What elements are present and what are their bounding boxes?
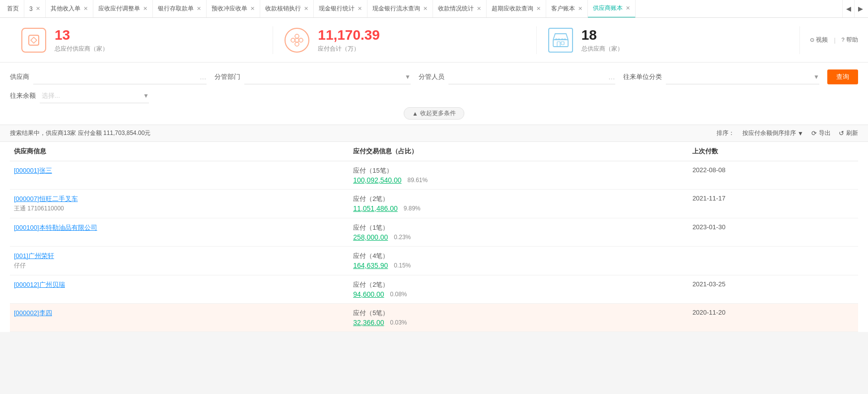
person-input[interactable]	[448, 69, 608, 84]
tx-amount[interactable]: 32,366.00	[353, 319, 384, 327]
supplier-label: 供应商	[10, 72, 29, 81]
nav-tab-adjustment[interactable]: 应收应付调整单 ✕	[93, 0, 153, 18]
supplier-link[interactable]: [000012]广州贝瑞	[14, 281, 65, 288]
nav-tab-supplier-ledger[interactable]: 供应商账本 ✕	[588, 0, 636, 18]
close-icon[interactable]: ✕	[197, 5, 201, 12]
category-input[interactable]	[666, 69, 814, 84]
top-navigation: 首页 3 ✕ 其他收入单 ✕ 应收应付调整单 ✕ 银行存取款单 ✕ 预收冲应收单…	[0, 0, 868, 18]
close-icon[interactable]: ✕	[423, 5, 428, 12]
nav-tab-cash-stats[interactable]: 现金银行统计 ✕	[314, 0, 367, 18]
stat-block-payable-total: 11,170.39 应付合计（万）	[273, 26, 536, 54]
tx-amount[interactable]: 258,000.00	[353, 233, 388, 241]
supplier-input[interactable]	[33, 69, 200, 84]
sort-label: 排序：	[717, 129, 734, 137]
nav-prev-arrow[interactable]: ◀	[842, 0, 854, 18]
collapse-button[interactable]: ▲ 收起更多条件	[404, 107, 464, 120]
help-link[interactable]: ? 帮助	[842, 36, 858, 44]
nav-tab-other-income[interactable]: 其他收入单 ✕	[46, 0, 93, 18]
supplier-link[interactable]: [001]广州荣轩	[14, 252, 54, 260]
tx-amount[interactable]: 11,051,486.00	[353, 204, 398, 212]
nav-tab-overdue-label: 超期应收款查询	[492, 4, 533, 13]
nav-tab-customer-ledger-label: 客户账本	[551, 4, 575, 13]
tx-percentage: 89.61%	[408, 177, 428, 184]
person-dots-icon[interactable]: ...	[608, 72, 615, 81]
supplier-dots-icon[interactable]: ...	[200, 72, 206, 81]
close-icon[interactable]: ✕	[83, 5, 88, 12]
nav-tab-cash-flow[interactable]: 现金银行流水查询 ✕	[367, 0, 433, 18]
video-link[interactable]: ⊙ 视频	[810, 36, 828, 44]
col-supplier-info: 供应商信息	[10, 142, 349, 161]
nav-tab-collection-label: 收款核销执行	[265, 4, 301, 13]
table-container[interactable]: 供应商信息 应付交易信息（占比） 上次付数 [000001]张三应付（15笔）1…	[10, 142, 858, 332]
tx-amount[interactable]: 100,092,540.00	[353, 176, 401, 184]
supplier-link[interactable]: [000002]李四	[14, 309, 52, 317]
supplier-sub-info: 王通 17106110000	[14, 204, 345, 213]
category-filter: 往来单位分类 ▼	[623, 69, 820, 84]
divider: |	[834, 37, 835, 44]
result-actions: 排序： 按应付余额倒序排序 ▼ ⟳ 导出 ↺ 刷新	[717, 129, 858, 137]
store-icon	[547, 26, 575, 54]
query-button[interactable]: 查询	[827, 69, 858, 84]
supplier-link[interactable]: [000001]张三	[14, 167, 52, 174]
nav-tab-advance[interactable]: 预收冲应收单 ✕	[207, 0, 260, 18]
stat-block-payable-suppliers: 13 总应付供应商（家）	[10, 26, 273, 54]
category-chevron-icon[interactable]: ▼	[813, 73, 819, 80]
close-icon[interactable]: ✕	[626, 5, 630, 11]
svg-rect-7	[557, 42, 560, 47]
nav-tab-3-label: 3	[29, 5, 33, 12]
tx-amount[interactable]: 164,635.90	[353, 262, 388, 269]
balance-input[interactable]	[40, 88, 143, 103]
tx-label: 应付（15笔）	[353, 166, 684, 175]
filter-row-1: 供应商 ... 分管部门 ▼ 分管人员 ... 往来单位分类 ▼	[10, 69, 858, 84]
close-icon[interactable]: ✕	[536, 5, 541, 12]
tx-info-cell: 应付（1笔）258,000.000.23%	[349, 218, 688, 247]
balance-filter: 往来余额 ▼	[10, 88, 149, 103]
stat-info-payable-total: 11,170.39 应付合计（万）	[318, 27, 380, 53]
supplier-info-cell: [001]广州荣轩仔仔	[10, 247, 349, 275]
supplier-info-cell: [000001]张三	[10, 161, 349, 190]
tx-info-cell: 应付（4笔）164,635.900.15%	[349, 247, 688, 275]
col-last-pay: 上次付数	[688, 142, 858, 161]
diamond-icon	[20, 26, 48, 54]
nav-tab-customer-ledger[interactable]: 客户账本 ✕	[546, 0, 588, 18]
balance-chevron-icon[interactable]: ▼	[143, 92, 149, 99]
dept-filter: 分管部门 ▼	[215, 69, 411, 84]
close-icon[interactable]: ✕	[477, 5, 481, 12]
close-icon[interactable]: ✕	[36, 5, 40, 12]
tx-percentage: 9.89%	[404, 205, 421, 212]
last-pay-cell: 2021-11-17	[688, 190, 858, 218]
category-input-wrap: ▼	[666, 69, 820, 84]
svg-point-5	[299, 38, 303, 42]
person-filter: 分管人员 ...	[419, 69, 615, 84]
export-button[interactable]: ⟳ 导出	[811, 129, 831, 137]
sort-select[interactable]: 按应付余额倒序排序 ▼	[742, 129, 803, 137]
nav-tab-advance-label: 预收冲应收单	[212, 4, 247, 13]
nav-tab-supplier-ledger-label: 供应商账本	[593, 4, 623, 12]
collapse-chevron-icon: ▲	[412, 110, 418, 117]
dept-input[interactable]	[244, 69, 405, 84]
supplier-info-cell: [000002]李四	[10, 304, 349, 332]
supplier-link[interactable]: [000007]恒旺二手叉车	[14, 195, 78, 202]
refresh-button[interactable]: ↺ 刷新	[839, 129, 858, 137]
nav-tab-home-label: 首页	[7, 4, 19, 13]
nav-tab-collection[interactable]: 收款核销执行 ✕	[260, 0, 314, 18]
close-icon[interactable]: ✕	[578, 5, 582, 12]
tx-amount[interactable]: 94,600.00	[353, 290, 384, 298]
dept-chevron-icon[interactable]: ▼	[405, 73, 411, 80]
nav-tab-bank-deposit[interactable]: 银行存取款单 ✕	[153, 0, 207, 18]
nav-tab-collect-stats[interactable]: 收款情况统计 ✕	[433, 0, 487, 18]
stat-number-total: 11,170.39	[318, 27, 380, 44]
supplier-link[interactable]: [000100]本特勒油品有限公司	[14, 224, 97, 231]
nav-tab-home[interactable]: 首页	[2, 0, 24, 18]
balance-label: 往来余额	[10, 91, 36, 100]
close-icon[interactable]: ✕	[358, 5, 362, 12]
nav-tab-overdue[interactable]: 超期应收款查询 ✕	[487, 0, 546, 18]
nav-tab-3[interactable]: 3 ✕	[24, 0, 46, 18]
nav-tab-collect-stats-label: 收款情况统计	[438, 4, 474, 13]
supplier-sub-info: 仔仔	[14, 262, 345, 270]
close-icon[interactable]: ✕	[143, 5, 147, 12]
close-icon[interactable]: ✕	[250, 5, 255, 12]
close-icon[interactable]: ✕	[304, 5, 308, 12]
tx-info-cell: 应付（5笔）32,366.000.03%	[349, 304, 688, 332]
nav-next-arrow[interactable]: ▶	[854, 0, 866, 18]
